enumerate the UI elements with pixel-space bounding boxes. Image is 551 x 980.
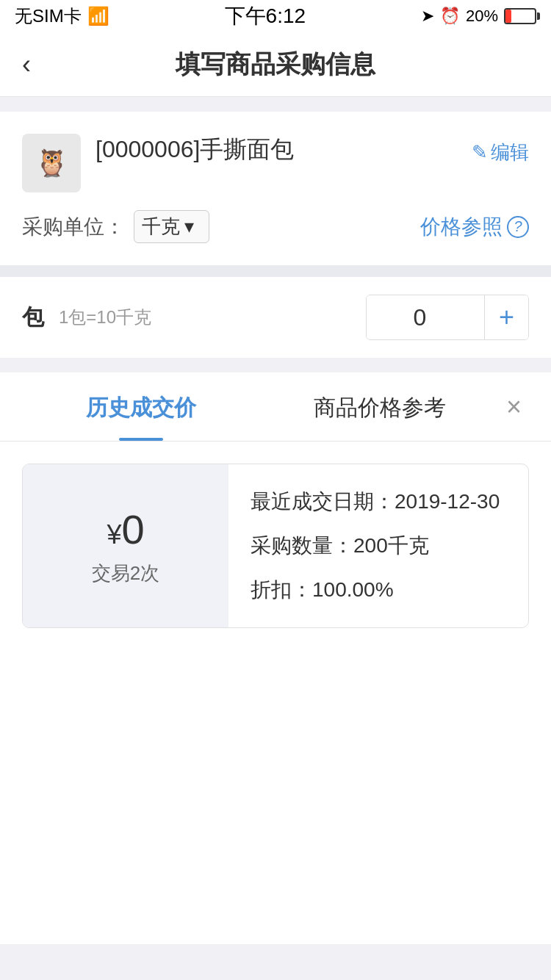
purchase-quantity-value: 200千克 [353, 534, 429, 557]
tab-history-price-label: 历史成交价 [86, 395, 196, 419]
page-title: 填写商品采购信息 [176, 48, 375, 82]
back-button[interactable]: ‹ [22, 49, 66, 80]
price-number: 0 [121, 506, 144, 552]
purchase-quantity-label: 采购数量： [251, 534, 353, 557]
discount-row: 折扣：100.00% [251, 574, 506, 605]
product-header: 🦉 [0000006]手撕面包 ✎ 编辑 [22, 134, 529, 192]
help-icon: ? [507, 216, 529, 238]
transaction-summary: ¥0 交易2次 [23, 464, 228, 627]
tab-header: 历史成交价 商品价格参考 × [0, 372, 551, 442]
alarm-icon: ⏰ [440, 7, 460, 26]
product-card: 🦉 [0000006]手撕面包 ✎ 编辑 采购单位： 千克 ▾ 价格参照 ? [0, 112, 551, 265]
battery-icon [504, 8, 536, 24]
transaction-details: 最近成交日期：2019-12-30 采购数量：200千克 折扣：100.00% [228, 464, 528, 627]
status-right: ➤ ⏰ 20% [421, 7, 536, 26]
tab-history-price[interactable]: 历史成交价 [22, 372, 260, 441]
location-icon: ➤ [421, 7, 434, 26]
quantity-plus-button[interactable]: + [484, 295, 528, 339]
tab-product-price-ref-label: 商品价格参考 [314, 395, 446, 419]
carrier-text: 无SIM卡 [15, 4, 82, 28]
unit-select[interactable]: 千克 ▾ [134, 210, 209, 243]
quantity-input-group: + [366, 295, 529, 340]
status-time: 下午6:12 [225, 2, 306, 30]
section-divider [0, 265, 551, 277]
price-ref-label: 价格参照 [420, 213, 503, 241]
transaction-count: 交易2次 [92, 561, 159, 586]
unit-row: 采购单位： 千克 ▾ [22, 210, 209, 243]
battery-percent: 20% [466, 7, 498, 26]
quantity-unit-label: 包 [22, 303, 44, 333]
quantity-input[interactable] [367, 295, 484, 339]
transaction-card: ¥0 交易2次 最近成交日期：2019-12-30 采购数量：200千克 折扣：… [22, 464, 529, 628]
unit-value: 千克 [142, 214, 180, 239]
product-name-row: [0000006]手撕面包 ✎ 编辑 [96, 134, 529, 170]
tab-product-price-ref[interactable]: 商品价格参考 [260, 372, 498, 441]
nav-bar: ‹ 填写商品采购信息 [0, 32, 551, 97]
bottom-space [0, 650, 551, 944]
discount-value: 100.00% [312, 578, 394, 601]
unit-price-row: 采购单位： 千克 ▾ 价格参照 ? [22, 210, 529, 243]
edit-label: 编辑 [491, 140, 529, 165]
tab-panel: 历史成交价 商品价格参考 × ¥0 交易2次 最近成交日期：2019-12-30… [0, 372, 551, 650]
quantity-equiv-label: 1包=10千克 [59, 306, 351, 329]
recent-date-value: 2019-12-30 [395, 490, 500, 513]
tab-content: ¥0 交易2次 最近成交日期：2019-12-30 采购数量：200千克 折扣：… [0, 442, 551, 650]
recent-date-row: 最近成交日期：2019-12-30 [251, 486, 506, 517]
product-info: [0000006]手撕面包 ✎ 编辑 [96, 134, 529, 170]
status-left: 无SIM卡 📶 [15, 4, 109, 28]
recent-date-label: 最近成交日期： [251, 490, 395, 513]
product-thumbnail: 🦉 [22, 134, 81, 192]
quantity-row: 包 1包=10千克 + [0, 277, 551, 358]
edit-icon: ✎ [472, 141, 488, 164]
product-name: [0000006]手撕面包 [96, 134, 294, 166]
product-thumb-icon: 🦉 [35, 148, 68, 179]
unit-label: 采购单位： [22, 213, 125, 241]
purchase-quantity-row: 采购数量：200千克 [251, 530, 506, 561]
price-reference-button[interactable]: 价格参照 ? [420, 213, 529, 241]
status-bar: 无SIM卡 📶 下午6:12 ➤ ⏰ 20% [0, 0, 551, 32]
dropdown-icon: ▾ [184, 215, 194, 238]
discount-label: 折扣： [251, 578, 312, 601]
currency-symbol: ¥ [107, 519, 121, 550]
transaction-price: ¥0 [107, 505, 144, 553]
tab-close-button[interactable]: × [499, 384, 529, 430]
wifi-icon: 📶 [87, 6, 109, 26]
edit-button[interactable]: ✎ 编辑 [472, 140, 529, 165]
battery-fill [505, 10, 511, 23]
